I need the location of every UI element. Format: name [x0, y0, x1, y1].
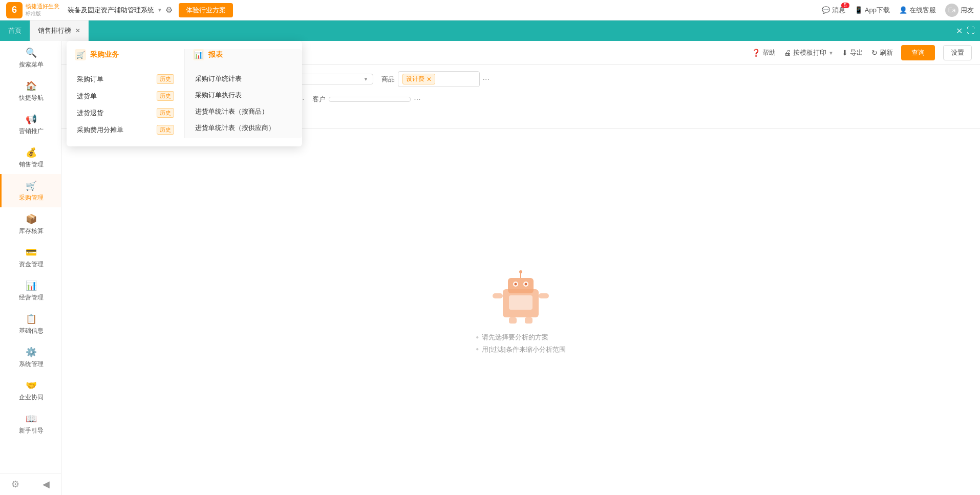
- purchase-col-icon: 🛒: [75, 49, 86, 60]
- app-download-btn[interactable]: 📱 App下载: [855, 6, 890, 15]
- sidebar-label-sales: 销售管理: [19, 160, 44, 169]
- svg-rect-8: [493, 293, 503, 298]
- customer-dots[interactable]: ···: [414, 95, 420, 104]
- export-btn[interactable]: ⬇ 导出: [842, 48, 863, 57]
- setting-btn[interactable]: 设置: [943, 45, 972, 60]
- svg-rect-9: [539, 293, 549, 298]
- sidebar-item-purchase[interactable]: 🛒 采购管理: [0, 174, 61, 207]
- help-btn[interactable]: ❓ 帮助: [752, 48, 776, 57]
- refresh-btn[interactable]: ↻ 刷新: [871, 48, 893, 57]
- svg-point-5: [525, 283, 527, 286]
- report-2-label: 采购订单执行表: [195, 91, 242, 100]
- sales-icon: 💰: [26, 147, 37, 158]
- tab-home[interactable]: 首页: [0, 20, 30, 41]
- purchase-col-title-label: 采购业务: [90, 50, 119, 59]
- sidebar-item-enterprise[interactable]: 🤝 企业协同: [0, 374, 61, 407]
- sidebar-label-enterprise: 企业协同: [19, 393, 44, 402]
- avatar: Ea: [945, 4, 958, 17]
- message-icon: 💬: [822, 6, 830, 14]
- enterprise-icon: 🤝: [26, 380, 37, 391]
- sidebar-item-guide[interactable]: 📖 新手引导: [0, 407, 61, 440]
- empty-illustration-svg: [487, 269, 554, 325]
- message-btn[interactable]: 💬 消息 5: [822, 6, 845, 15]
- dropdown-item-stock-in[interactable]: 进货单 历史: [75, 88, 176, 104]
- sidebar-label-guide: 新手引导: [19, 426, 44, 435]
- sidebar-item-marketing[interactable]: 📢 营销推广: [0, 107, 61, 141]
- svg-rect-12: [509, 295, 532, 310]
- stock-in-history-tag: 历史: [157, 91, 174, 101]
- online-service-btn[interactable]: 👤 在线客服: [899, 6, 936, 15]
- sidebar-item-finance[interactable]: 💳 资金管理: [0, 241, 61, 274]
- goods-tag-close-icon[interactable]: ✕: [427, 76, 432, 83]
- topbar-right: 💬 消息 5 📱 App下载 👤 在线客服 Ea 用友: [822, 4, 974, 17]
- logo-text-area: 畅捷通好生意 标准版: [26, 3, 59, 17]
- dropdown-item-report-1[interactable]: 采购订单统计表: [193, 71, 294, 87]
- purchase-dropdown-menu: 🛒 采购业务 采购订单 历史 进货单 历史 进货退货 历史 采购费用分摊单 历史…: [67, 41, 302, 146]
- collapse-sidebar-icon[interactable]: ◀: [42, 479, 50, 490]
- sidebar-label-purchase: 采购管理: [19, 193, 44, 202]
- sidebar-item-system[interactable]: ⚙️ 系统管理: [0, 340, 61, 374]
- purchase-order-label: 采购订单: [77, 75, 103, 84]
- settings-icon[interactable]: ⚙: [165, 5, 173, 15]
- dropdown-item-return[interactable]: 进货退货 历史: [75, 104, 176, 121]
- print-arrow-icon: ▼: [828, 50, 834, 56]
- report-col-title-label: 报表: [208, 50, 223, 59]
- sidebar-item-sales[interactable]: 💰 销售管理: [0, 141, 61, 174]
- dropdown-item-expense[interactable]: 采购费用分摊单 历史: [75, 121, 176, 138]
- operations-icon: 📊: [26, 280, 37, 291]
- sidebar-label-finance: 资金管理: [19, 260, 44, 269]
- report-1-label: 采购订单统计表: [195, 74, 242, 83]
- logo-text: 畅捷通好生意: [26, 3, 59, 10]
- return-history-tag: 历史: [157, 108, 174, 118]
- marketing-icon: 📢: [26, 114, 37, 125]
- app-label: App下载: [865, 6, 890, 15]
- sidebar-label-system: 系统管理: [19, 360, 44, 369]
- sidebar-item-quick-nav[interactable]: 🏠 快捷导航: [0, 74, 61, 107]
- report-4-label: 进货单统计表（按供应商）: [195, 123, 275, 133]
- logo-icon: 6: [6, 2, 23, 18]
- tabbar-actions: ✕ ⛶: [956, 26, 975, 36]
- basic-info-icon: 📋: [26, 313, 37, 325]
- sidebar-item-inventory[interactable]: 📦 库存核算: [0, 207, 61, 241]
- empty-tip1: 请先选择要分析的方案: [482, 331, 548, 343]
- sidebar-item-search[interactable]: 🔍 搜索菜单: [0, 41, 61, 74]
- report-col: 📊 报表 采购订单统计表 采购订单执行表 进货单统计表（按商品） 进货单统计表（…: [184, 49, 303, 138]
- sidebar-item-operations[interactable]: 📊 经营管理: [0, 274, 61, 307]
- tabbar: 首页 销售排行榜 ✕ ✕ ⛶: [0, 20, 980, 41]
- purchase-col-title: 🛒 采购业务: [75, 49, 176, 64]
- sidebar-label-marketing: 营销推广: [19, 127, 44, 136]
- print-label: 按模板打印: [793, 48, 826, 57]
- window-close-icon[interactable]: ✕: [956, 26, 963, 36]
- empty-tips: 请先选择要分析的方案 用[过滤]条件来缩小分析范围: [476, 331, 565, 355]
- voucher-status-arrow-icon: ▼: [364, 76, 369, 82]
- home-icon: 🏠: [26, 80, 37, 92]
- filter-customer: 客户 ···: [312, 95, 420, 104]
- refresh-icon: ↻: [871, 49, 878, 57]
- user-btn[interactable]: Ea 用友: [945, 4, 974, 17]
- sidebar-item-basic-info[interactable]: 📋 基础信息: [0, 307, 61, 340]
- tab-close-icon[interactable]: ✕: [75, 27, 80, 34]
- report-col-title: 📊 报表: [193, 49, 294, 64]
- goods-tag-value: 设计费: [406, 75, 424, 83]
- sidebar-label-basic-info: 基础信息: [19, 327, 44, 335]
- industry-btn[interactable]: 体验行业方案: [179, 3, 233, 17]
- tab-sales-rank[interactable]: 销售排行榜 ✕: [30, 20, 89, 41]
- dropdown-item-report-4[interactable]: 进货单统计表（按供应商）: [193, 120, 294, 136]
- query-btn[interactable]: 查询: [901, 45, 935, 60]
- settings-bottom-icon[interactable]: ⚙: [11, 479, 19, 490]
- refresh-label: 刷新: [880, 48, 893, 57]
- dropdown-item-report-3[interactable]: 进货单统计表（按商品）: [193, 103, 294, 120]
- dropdown-item-report-2[interactable]: 采购订单执行表: [193, 87, 294, 103]
- inventory-icon: 📦: [26, 213, 37, 225]
- report-3-label: 进货单统计表（按商品）: [195, 107, 268, 116]
- empty-state: 请先选择要分析的方案 用[过滤]条件来缩小分析范围: [476, 269, 565, 355]
- print-btn[interactable]: 🖨 按模板打印 ▼: [784, 48, 834, 57]
- window-maximize-icon[interactable]: ⛶: [967, 26, 975, 35]
- goods-input[interactable]: 设计费 ✕: [398, 71, 480, 87]
- dropdown-item-purchase-order[interactable]: 采购订单 历史: [75, 71, 176, 88]
- system-selector[interactable]: 装备及固定资产辅助管理系统 ▼: [68, 6, 162, 15]
- help-label: 帮助: [762, 48, 776, 57]
- customer-input[interactable]: [329, 97, 411, 102]
- goods-dots[interactable]: ···: [483, 75, 489, 84]
- system-arrow-icon: ▼: [157, 7, 162, 13]
